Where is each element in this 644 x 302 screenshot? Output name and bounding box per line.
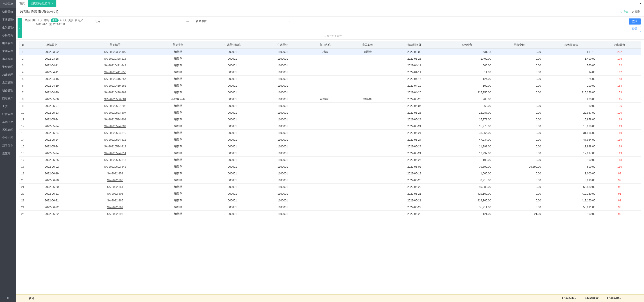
column-header-0[interactable]: ⚙ [19, 41, 26, 49]
table-row[interactable]: 62022-04-19SA-20220419-261销货单00000111000… [19, 82, 641, 89]
cell-no[interactable]: SA-20220411-250 [78, 69, 153, 76]
date-quick-option[interactable]: 更多 [68, 18, 74, 22]
cell-no[interactable]: SA-2022-365 [78, 197, 153, 204]
sidebar-item-10[interactable]: 发票管理 [0, 79, 16, 87]
sidebar-item-3[interactable]: 批发管理▾ [0, 24, 16, 31]
table-row[interactable]: 212022-06-20SA-2022-361销货单00000111000012… [19, 184, 641, 190]
sidebar-item-12[interactable]: 固定资产 [0, 94, 16, 102]
cell-no[interactable]: SA-20220524-308 [78, 116, 153, 123]
date-quick-option[interactable]: 自定义 [75, 18, 83, 22]
cell-no[interactable]: SA-20220419-261 [78, 82, 153, 89]
table-row[interactable]: 92022-05-07SA-20220507-292销货单00000111000… [19, 103, 641, 109]
cell-no[interactable]: SA-2022-369 [78, 204, 153, 211]
cell-no[interactable]: SA-2022-396 [78, 211, 153, 217]
sidebar-item-13[interactable]: 工资 [0, 102, 16, 110]
sidebar-item-8[interactable]: 资金管理 [0, 63, 16, 71]
column-header-5[interactable]: 往来单位 [262, 41, 304, 49]
table-row[interactable]: 162022-05-24SA-20220524-314销货单0000011100… [19, 150, 641, 157]
column-header-8[interactable]: 收款到期日 [389, 41, 440, 49]
settings-button[interactable]: 设置 [629, 26, 641, 32]
sidebar-item-19[interactable]: 云应用 [0, 150, 16, 158]
query-button[interactable]: 查询 [629, 18, 641, 24]
tab-0[interactable]: 首页 [16, 0, 28, 7]
table-row[interactable]: 222022-06-21SA-2022-306销货单00000111000012… [19, 190, 641, 197]
column-header-11[interactable]: 未收款金额 [544, 41, 598, 49]
cell-no[interactable]: SA-20220302-199 [78, 49, 153, 55]
close-icon[interactable]: × [52, 2, 53, 5]
gear-icon[interactable]: ⚙ [7, 296, 10, 300]
sidebar-item-5[interactable]: 电商管理 [0, 39, 16, 47]
sidebar-item-1[interactable]: 快捷导航 [0, 8, 16, 16]
refresh-button[interactable]: ⟳ 刷新 [632, 10, 640, 14]
cell-no[interactable]: SA-20220524-314 [78, 150, 153, 157]
table-row[interactable]: 242022-06-22SA-2022-369销货单00000111000012… [19, 204, 641, 211]
sidebar-item-0[interactable]: 搜索菜单 [0, 0, 16, 8]
cell-no[interactable]: SA-20220524-310 [78, 130, 153, 136]
sidebar-item-6[interactable]: 采购管理 [0, 47, 16, 55]
table-row[interactable]: 112022-05-24SA-20220524-308销货单0000011100… [19, 116, 641, 123]
table-row[interactable]: 82022-05-06SR-20220506-001其他收入单000001110… [19, 96, 641, 103]
cell-no[interactable]: SA-20220420-262 [78, 89, 153, 96]
cell-no[interactable]: SA-2022-306 [78, 190, 153, 197]
table-row[interactable]: 182022-06-02SA-20220602-342销货单0000011100… [19, 163, 641, 170]
table-row[interactable]: 102022-05-23SA-20220523-307销货单0000011100… [19, 109, 641, 116]
column-header-1[interactable]: 单据日期 [26, 41, 78, 49]
cell-no[interactable]: SA-2022-361 [78, 184, 153, 190]
cell-no[interactable]: SA-20220524-311 [78, 136, 153, 143]
table-row[interactable]: 42022-04-11SA-20220411-250销货单00000111000… [19, 69, 641, 76]
cell-no[interactable]: SA-20220328-218 [78, 55, 153, 62]
sidebar-item-4[interactable]: 小畅电商 [0, 31, 16, 39]
sidebar-item-11[interactable]: 税务管理 [0, 87, 16, 94]
filter-collapse-button[interactable]: › [18, 18, 22, 38]
expand-conditions-button[interactable]: ⌄ 展开更多条件 [25, 33, 641, 38]
export-button[interactable]: ⇲ 导出 [620, 10, 629, 14]
cell-no[interactable]: SA-20220411-248 [78, 62, 153, 69]
store-input[interactable]: 门店 ⋯ [94, 19, 189, 24]
cell-no[interactable]: SA-20220507-292 [78, 103, 153, 109]
cell-no[interactable]: SA-20220524-309 [78, 123, 153, 130]
column-header-7[interactable]: 员工名称 [346, 41, 389, 49]
table-row[interactable]: 52022-04-15SA-20220415-257销货单00000111000… [19, 76, 641, 82]
cell-no[interactable]: SA-20220523-307 [78, 109, 153, 116]
table-row[interactable]: 252022-06-22SA-2022-396销货单00000111000012… [19, 211, 641, 217]
sidebar-item-16[interactable]: 系统管理 [0, 126, 16, 134]
sidebar-item-14[interactable]: 经营管理 [0, 110, 16, 118]
table-row[interactable]: 132022-05-24SA-20220524-310销货单0000011100… [19, 130, 641, 136]
table-row[interactable]: 192022-06-19SA-2022-358销货单00000111000012… [19, 170, 641, 177]
date-quick-option[interactable]: 上月 [38, 18, 43, 22]
column-header-4[interactable]: 往来单位编码 [203, 41, 262, 49]
table-row[interactable]: 72022-04-20SA-20220420-262销货单00000111000… [19, 89, 641, 96]
partner-lookup-icon[interactable]: ⋯ [288, 20, 290, 23]
sidebar-item-18[interactable]: 新手引导 [0, 142, 16, 150]
store-lookup-icon[interactable]: ⋯ [186, 20, 189, 23]
table-row[interactable]: 172022-05-25SA-20220525-315销货单0000011100… [19, 157, 641, 163]
sidebar-item-15[interactable]: 基础信息 [0, 118, 16, 126]
date-quick-option[interactable]: 本月 [44, 18, 50, 22]
cell-no[interactable]: SA-20220602-342 [78, 163, 153, 170]
cell-no[interactable]: SR-20220506-001 [78, 96, 153, 103]
column-header-6[interactable]: 部门名称 [304, 41, 346, 49]
date-quick-option[interactable]: 近7天 [60, 18, 67, 22]
column-header-3[interactable]: 单据类型 [153, 41, 203, 49]
cell-no[interactable]: SA-20220524-313 [78, 143, 153, 150]
sidebar-item-7[interactable]: 库存核算 [0, 55, 16, 63]
sidebar-item-9[interactable]: 总账管理 [0, 71, 16, 79]
column-header-2[interactable]: 单据编号 [78, 41, 153, 49]
column-header-10[interactable]: 已收金额 [494, 41, 544, 49]
cell-no[interactable]: SA-20220415-257 [78, 76, 153, 82]
column-header-9[interactable]: 应收金额 [440, 41, 494, 49]
table-wrap[interactable]: ⚙单据日期单据编号单据类型往来单位编码往来单位部门名称员工名称收款到期日应收金额… [16, 40, 644, 294]
table-row[interactable]: 12022-03-02SA-20220302-199销货单00000111000… [19, 49, 641, 55]
column-header-12[interactable]: 超期天数 [598, 41, 641, 49]
partner-input[interactable]: 往来单位 ⋯ [196, 19, 290, 24]
date-quick-option[interactable]: 本年 [51, 18, 58, 22]
tab-1[interactable]: 超期应收款查询× [28, 0, 56, 7]
table-row[interactable]: 22022-03-28SA-20220328-218销货单00000111000… [19, 55, 641, 62]
cell-no[interactable]: SA-2022-358 [78, 170, 153, 177]
sidebar-item-17[interactable]: 企业协同 [0, 134, 16, 142]
cell-no[interactable]: SA-2022-360 [78, 177, 153, 184]
table-row[interactable]: 32022-04-11SA-20220411-248销货单00000111000… [19, 62, 641, 69]
table-row[interactable]: 232022-06-21SA-2022-365销货单00000111000012… [19, 197, 641, 204]
tabs-menu-button[interactable]: ▾ [638, 1, 643, 6]
settings-column-icon[interactable]: ⚙ [22, 43, 24, 46]
